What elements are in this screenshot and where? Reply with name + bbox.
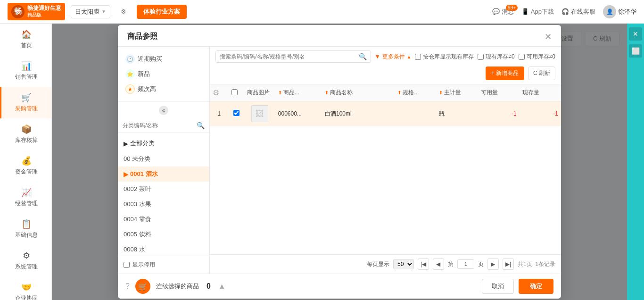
- pagination: 每页显示 50 |◀ ◀ 第 页 ▶ ▶| 共1页, 1条记录: [210, 254, 561, 274]
- settings-icon[interactable]: ⚙: [116, 4, 131, 19]
- category-item-water[interactable]: 0008 水: [118, 242, 209, 256]
- recent-icon: 🕐: [125, 54, 135, 64]
- more-filter-btn[interactable]: ▼ 更多条件 ▲: [375, 53, 412, 61]
- category-item-tea[interactable]: 0002 茶叶: [118, 182, 209, 197]
- last-page-btn[interactable]: ▶|: [503, 258, 514, 270]
- category-expand-arrow: ▶: [124, 171, 128, 178]
- add-product-btn[interactable]: + 新增商品: [486, 67, 524, 80]
- category-item-uncategorized[interactable]: 00 未分类: [118, 151, 209, 167]
- sidebar-item-home[interactable]: 🏠 首页: [0, 24, 51, 55]
- table-row[interactable]: 1 🖼 000600...: [210, 101, 561, 126]
- base-info-icon: 📋: [21, 219, 32, 229]
- category-panel: 🕐 近期购买 ⭐ 新品 ★ 频次高: [118, 47, 210, 274]
- help-icon[interactable]: ?: [125, 282, 130, 291]
- category-item-drink[interactable]: 0005 饮料: [118, 227, 209, 242]
- available-stock-checkbox[interactable]: [519, 54, 525, 60]
- sidebar-item-finance[interactable]: 💰 资金管理: [0, 150, 51, 182]
- new-icon: ⭐: [125, 69, 135, 79]
- sort-icon-unit: ⬆: [439, 90, 443, 95]
- sort-icon-code: ⬆: [278, 90, 282, 95]
- filter-arrow-icon: ▲: [407, 54, 412, 59]
- th-stock: 现存量: [520, 84, 561, 101]
- prev-page-btn[interactable]: ◀: [433, 258, 444, 270]
- product-reference-modal: 商品参照 ✕ 🕐 近期购买 ⭐: [118, 25, 561, 299]
- sidebar-item-inventory[interactable]: 📦 库存核算: [0, 118, 51, 150]
- category-item-fruit[interactable]: 0003 水果: [118, 197, 209, 212]
- quick-recent[interactable]: 🕐 近期购买: [124, 51, 204, 67]
- app-icon: 📱: [521, 8, 529, 15]
- finance-icon: 💰: [21, 156, 32, 166]
- product-search-box: 🔍: [215, 50, 371, 63]
- checkbox-warehouse[interactable]: 按仓库显示现有库存: [415, 53, 474, 61]
- page-label: 第: [448, 260, 454, 268]
- checkbox-current-stock[interactable]: 现有库存≠0: [478, 53, 514, 61]
- th-name: ⬆ 商品名称: [322, 84, 395, 101]
- toolbar-right: + 新增商品 C 刷新: [486, 67, 555, 80]
- current-page-input[interactable]: [457, 259, 474, 269]
- modal-body: 🕐 近期购买 ⭐ 新品 ★ 频次高: [118, 47, 561, 274]
- store-selector[interactable]: 日太阳膜 ▼: [71, 5, 110, 18]
- select-all-checkbox[interactable]: [231, 89, 238, 95]
- message-btn[interactable]: 💬 消息 99+: [492, 8, 514, 16]
- category-all[interactable]: ▶ 全部分类: [118, 135, 209, 151]
- operations-icon: 📈: [21, 187, 32, 198]
- main-layout: 🏠 首页 📊 销售管理 🛒 采购管理 📦 库存核算 💰 资金管理 📈 经营管理 …: [0, 24, 644, 300]
- show-disabled-checkbox[interactable]: [124, 262, 130, 268]
- quick-new[interactable]: ⭐ 新品: [124, 67, 204, 82]
- category-search-input[interactable]: [123, 122, 194, 129]
- category-list: ▶ 全部分类 00 未分类 ▶ 0001 酒水 0002 茶: [118, 133, 209, 256]
- row-available-cell: -1: [478, 101, 520, 126]
- category-quick: 🕐 近期购买 ⭐ 新品 ★ 频次高: [118, 47, 209, 102]
- row-checkbox-cell: [229, 101, 244, 126]
- category-item-alcohol[interactable]: ▶ 0001 酒水: [118, 167, 209, 182]
- message-icon: 💬: [492, 8, 500, 15]
- collapse-btn[interactable]: «: [159, 106, 168, 115]
- sidebar-item-system[interactable]: ⚙ 系统管理: [0, 245, 51, 276]
- th-img: 商品图片: [244, 84, 275, 101]
- experience-btn[interactable]: 体验行业方案: [137, 5, 187, 19]
- category-search-icon[interactable]: 🔍: [197, 122, 205, 129]
- refresh-product-btn[interactable]: C 刷新: [528, 67, 555, 80]
- confirm-btn[interactable]: 确定: [519, 279, 553, 294]
- warehouse-checkbox[interactable]: [415, 54, 421, 60]
- category-all-arrow: ▶: [124, 140, 128, 147]
- current-stock-checkbox[interactable]: [478, 54, 484, 60]
- right-panel-close[interactable]: ✕: [629, 27, 642, 41]
- th-available: 可用量: [478, 84, 520, 101]
- product-search-icon[interactable]: 🔍: [359, 53, 367, 60]
- sidebar-item-purchase[interactable]: 🛒 采购管理: [0, 87, 51, 118]
- column-settings-icon[interactable]: ⚙: [213, 89, 219, 97]
- row-img-cell: 🖼: [244, 101, 275, 126]
- modal-close-btn[interactable]: ✕: [545, 33, 552, 41]
- message-badge: 99+: [506, 5, 518, 11]
- app-download-btn[interactable]: 📱 App下载: [521, 8, 554, 16]
- product-table-wrap: ⚙ 商品图片: [210, 84, 561, 254]
- headset-icon: 🎧: [561, 8, 569, 15]
- sidebar-item-base-info[interactable]: 📋 基础信息: [0, 213, 51, 245]
- product-search-input[interactable]: [220, 53, 356, 60]
- th-unit: ⬆ 主计量: [436, 84, 478, 101]
- th-check: [229, 84, 244, 101]
- cart-icon[interactable]: 🛒: [135, 279, 150, 294]
- category-item-snack[interactable]: 0004 零食: [118, 212, 209, 227]
- cancel-btn[interactable]: 取消: [482, 279, 514, 294]
- user-menu[interactable]: 👤 徐泽华: [603, 5, 636, 18]
- sidebar-item-operations[interactable]: 📈 经营管理: [0, 182, 51, 213]
- th-gear: ⚙: [210, 84, 229, 101]
- online-service-btn[interactable]: 🎧 在线客服: [561, 8, 595, 16]
- sidebar-item-sales[interactable]: 📊 销售管理: [0, 55, 51, 87]
- page-size-select[interactable]: 50: [393, 259, 414, 269]
- sales-icon: 📊: [21, 61, 32, 71]
- quick-freq[interactable]: ★ 频次高: [124, 82, 204, 97]
- right-panel-expand[interactable]: ⬜: [629, 44, 642, 58]
- footer-collapse-icon[interactable]: ▲: [218, 282, 226, 291]
- avatar: 👤: [603, 5, 616, 18]
- next-page-btn[interactable]: ▶: [487, 258, 499, 270]
- sidebar-item-cooperation[interactable]: 🤝 企业协同: [0, 276, 51, 300]
- row-checkbox[interactable]: [233, 110, 239, 116]
- total-info: 共1页, 1条记录: [518, 260, 555, 268]
- first-page-btn[interactable]: |◀: [418, 258, 429, 270]
- logo: 畅 畅捷通好生意 精品版: [8, 3, 65, 21]
- nav-right: 💬 消息 99+ 📱 App下载 🎧 在线客服 👤 徐泽华: [492, 5, 636, 18]
- checkbox-available-stock[interactable]: 可用库存≠0: [519, 53, 555, 61]
